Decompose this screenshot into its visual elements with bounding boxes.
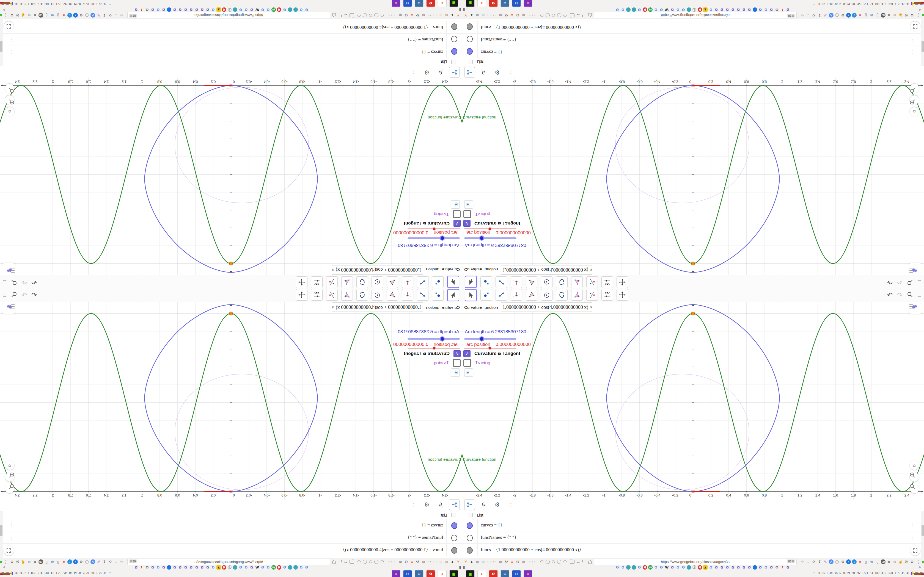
ud-badge-icon[interactable]: ᴜᴅ — [39, 559, 43, 564]
algebra-row[interactable]: funcNames = {" "}⋮ — [0, 531, 462, 544]
tool-perpendicular-button[interactable] — [402, 276, 414, 288]
red-dot-icon[interactable]: ● — [858, 559, 863, 564]
tab-favicon-google[interactable]: G — [156, 565, 160, 570]
tab-favicon-info[interactable]: ⓘ — [692, 7, 696, 12]
tab-favicon-geogebra[interactable]: ✿ — [670, 565, 675, 570]
gear-button[interactable]: ⚙ — [492, 67, 503, 77]
tab-favicon-geogebra[interactable]: ✿ — [758, 565, 762, 570]
zoom-in-button[interactable] — [910, 472, 919, 482]
tab-favicon-google[interactable]: G — [260, 565, 265, 570]
tab-favicon-geogebra[interactable]: ✿ — [741, 565, 746, 570]
arc-icon[interactable]: ◠ — [433, 559, 438, 564]
globe-icon[interactable]: ⊕ — [475, 559, 480, 564]
taskbar-mask-icon[interactable]: ● — [523, 0, 532, 7]
taskbar-firefox-icon[interactable]: ● — [438, 570, 447, 577]
tool-slider-button[interactable]: a=2 — [311, 289, 323, 301]
folder-icon[interactable] — [570, 560, 575, 564]
tab-favicon-frog[interactable]: w — [648, 7, 653, 12]
tab-favicon-google[interactable]: G — [244, 7, 248, 12]
tab-favicon-photos[interactable]: ▲ — [216, 565, 221, 570]
wrench-icon[interactable]: ⚒ — [504, 559, 509, 564]
undo-icon[interactable]: ↶ — [31, 279, 37, 285]
collapse-chevron-icon[interactable]: ∧ — [3, 8, 5, 12]
graphics-view[interactable]: -2.4-2.2-2-1.8-1.6-1.4-1.2-1-0.8-0.6-0.4… — [462, 78, 924, 275]
wrench-icon[interactable]: ⚒ — [504, 13, 509, 18]
tab-favicon-gear[interactable]: ⚙ — [145, 7, 149, 12]
tab-favicon-sphere[interactable] — [233, 7, 237, 12]
undo-icon[interactable]: ↶ — [31, 292, 37, 298]
back-icon[interactable]: ← — [344, 13, 347, 18]
balloon-icon[interactable]: Y — [464, 559, 468, 564]
style-panel-button[interactable] — [909, 303, 922, 314]
toolbar-circles[interactable] — [540, 13, 567, 17]
fullscreen-button[interactable] — [4, 546, 14, 556]
tab-favicon-google[interactable]: G — [211, 565, 215, 570]
globe-color-icon[interactable]: ⊕ — [869, 559, 874, 564]
tab-favicon-geogebra[interactable]: ✿ — [200, 7, 204, 12]
trash-icon[interactable]: ▯ — [875, 559, 880, 564]
fullscreen-button[interactable] — [910, 21, 920, 31]
fx-button[interactable]: fx — [435, 67, 446, 77]
taskbar-terminal-icon[interactable]: ▣ — [449, 0, 458, 7]
search-icon[interactable] — [11, 292, 17, 299]
visibility-dot[interactable] — [467, 535, 473, 541]
tab-favicon-info[interactable]: ⓘ — [228, 565, 232, 570]
tab-favicon-sphere[interactable] — [632, 7, 636, 12]
zoom-out-button[interactable] — [5, 84, 14, 93]
taskbar-settings-icon[interactable]: ✿ — [489, 0, 498, 7]
tool-angle-button[interactable]: α — [341, 276, 353, 288]
add-circle-icon[interactable]: + — [73, 559, 78, 564]
tab-favicon-geogebra[interactable]: ✿ — [736, 565, 741, 570]
tab-favicon-google[interactable]: G — [764, 7, 768, 12]
chevron-down-icon[interactable]: ▼ — [331, 268, 336, 272]
tab-favicon-google[interactable]: G — [621, 565, 625, 570]
scrollbar[interactable] — [921, 511, 924, 558]
taskbar-settings-icon[interactable]: ✿ — [426, 570, 435, 577]
tab-favicon-geogebra[interactable]: ✿ — [189, 565, 193, 570]
tab-favicon-google[interactable]: G — [659, 565, 664, 570]
tab-favicon-sphere[interactable] — [687, 565, 691, 570]
tab-favicon-geogebra[interactable]: ✿ — [150, 7, 155, 12]
zoom-out-button[interactable] — [910, 84, 919, 93]
pen-icon[interactable]: ✎ — [96, 559, 101, 564]
tab-favicon-geogebra[interactable]: ✿ — [670, 7, 675, 12]
tab-favicon-bluedot[interactable] — [167, 7, 171, 12]
shield-icon[interactable]: ◆ — [887, 559, 891, 564]
tab-favicon-sphere[interactable] — [687, 7, 691, 12]
forward-icon[interactable]: → — [113, 559, 118, 564]
dark-circle-icon[interactable]: ● — [450, 559, 455, 564]
tab-favicon-google[interactable]: G — [681, 565, 686, 570]
shield-icon[interactable]: ◆ — [887, 13, 891, 18]
tool-line-button[interactable] — [496, 289, 507, 301]
gear-button[interactable]: ⚙ — [421, 500, 432, 510]
forward-icon[interactable]: → — [113, 13, 118, 18]
taskbar-floppy64-icon[interactable]: 64 — [512, 0, 521, 7]
tab-favicon-sphere[interactable] — [293, 565, 298, 570]
tool-conic-button[interactable] — [556, 276, 568, 288]
folder-icon[interactable] — [349, 13, 354, 17]
visibility-dot[interactable] — [467, 48, 473, 55]
tool-pan-button[interactable] — [617, 276, 628, 288]
menu-icon[interactable]: ≡ — [3, 292, 6, 298]
tab-favicon-google[interactable]: G — [637, 7, 641, 12]
menu-icon[interactable]: ≡ — [918, 279, 921, 285]
tab-favicon-sphere[interactable] — [288, 7, 292, 12]
formula-input[interactable]: 1.000000000000 + cos(4.000000000000 x) ▼ — [332, 265, 423, 274]
red-dot-icon[interactable]: ● — [61, 559, 66, 564]
style-panel-button[interactable] — [2, 303, 15, 314]
kebab-menu-icon[interactable]: ⋮ — [911, 37, 915, 43]
arc-icon[interactable]: ◠ — [492, 13, 497, 18]
tab-favicon-google[interactable]: G — [304, 565, 309, 570]
tool-angle-button[interactable]: α — [571, 289, 583, 301]
ud-badge-icon[interactable]: ᴜᴅ — [881, 13, 885, 18]
tool-slider-button[interactable]: a=2 — [311, 276, 323, 288]
algebra-row[interactable]: curves = {}⋮ — [0, 46, 462, 58]
tab-favicon-gear[interactable]: ⚙ — [145, 565, 149, 570]
taskbar-floppy64-icon[interactable]: 64 — [403, 570, 412, 577]
fullscreen-button[interactable] — [910, 546, 920, 556]
gear-icon[interactable]: ⚙ — [840, 13, 845, 18]
gear-icon[interactable]: ⚙ — [910, 559, 914, 564]
balloon-icon[interactable]: Y — [456, 559, 460, 564]
tool-polygon-button[interactable] — [387, 276, 398, 288]
fx-button[interactable]: fx — [478, 500, 489, 510]
